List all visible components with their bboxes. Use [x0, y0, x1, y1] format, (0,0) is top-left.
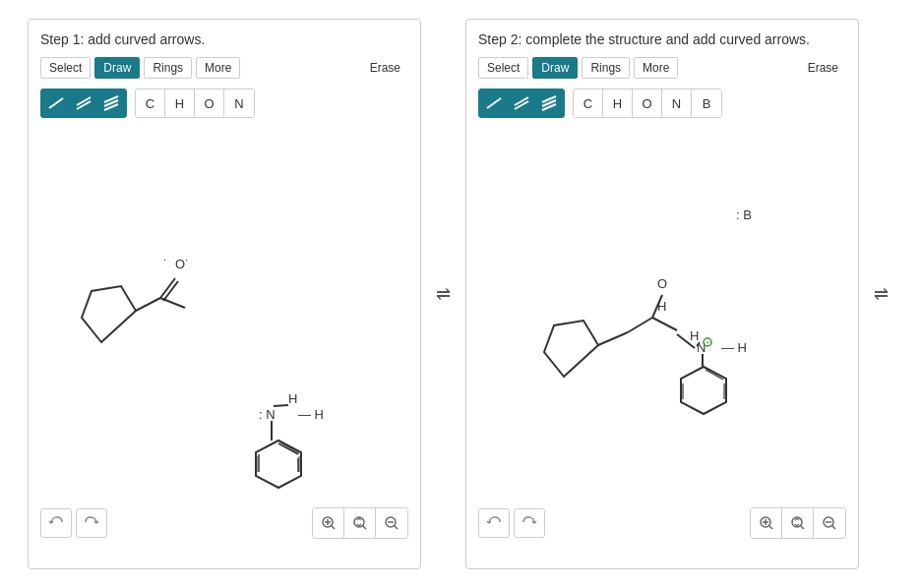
panel-1-bottom [40, 507, 408, 539]
svg-line-23 [280, 442, 299, 453]
bond-group-1 [40, 88, 127, 118]
svg-line-37 [515, 101, 528, 109]
zoom-out-btn-2[interactable] [814, 508, 845, 538]
atom-b-2[interactable]: B [692, 89, 721, 117]
more-button-1[interactable]: More [196, 57, 240, 79]
svg-line-44 [628, 318, 652, 332]
arrow-separator-1: ⇌ [436, 283, 451, 305]
zoom-out-btn-1[interactable] [376, 508, 407, 538]
atom-group-2: C H O N B [573, 88, 722, 118]
svg-line-7 [136, 298, 160, 311]
undo-button-2[interactable] [478, 508, 510, 538]
svg-text:H: H [288, 391, 297, 406]
zoom-reset-btn-2[interactable] [782, 508, 814, 538]
svg-line-2 [77, 101, 91, 109]
atom-n-1[interactable]: N [224, 89, 254, 117]
atom-h-2[interactable]: H [603, 89, 633, 117]
select-button-2[interactable]: Select [478, 57, 528, 79]
drawing-area-2: : B O H N + — H [478, 126, 846, 500]
svg-text:O: O [175, 257, 185, 271]
svg-line-0 [49, 98, 63, 108]
erase-button-1[interactable]: Erase [362, 58, 408, 78]
svg-line-27 [331, 526, 335, 530]
svg-text:H: H [690, 328, 699, 343]
atom-o-1[interactable]: O [195, 89, 224, 117]
single-bond-btn-1[interactable] [43, 91, 69, 115]
svg-text:·: · [163, 254, 166, 265]
bond-group-2 [478, 88, 565, 118]
svg-text:— H: — H [721, 340, 747, 355]
panel-2-toolbar: Select Draw Rings More Erase [478, 57, 846, 79]
molecule-svg-2: : B O H N + — H [485, 146, 839, 480]
panel-2: Step 2: complete the structure and add c… [465, 19, 859, 569]
more-button-2[interactable]: More [634, 57, 678, 79]
triple-bond-btn-1[interactable] [98, 91, 124, 115]
zoom-group-2 [750, 507, 846, 539]
atom-h-1[interactable]: H [165, 89, 195, 117]
svg-line-1 [77, 97, 91, 105]
svg-line-36 [515, 97, 528, 105]
svg-line-16 [274, 405, 288, 406]
svg-marker-18 [256, 441, 301, 488]
panel-1-title: Step 1: add curved arrows. [40, 31, 408, 47]
atom-c-1[interactable]: C [136, 89, 165, 117]
redo-button-1[interactable] [76, 508, 107, 538]
atom-c-2[interactable]: C [574, 89, 603, 117]
svg-marker-42 [544, 321, 598, 377]
zoom-group-1 [312, 507, 408, 539]
svg-line-13 [160, 298, 185, 308]
atom-n-2[interactable]: N [662, 89, 692, 117]
svg-line-33 [395, 526, 399, 530]
panel-2-bottom [478, 507, 846, 539]
svg-line-43 [598, 332, 628, 345]
draw-button-1[interactable]: Draw [94, 57, 140, 79]
svg-text:— H: — H [298, 407, 324, 422]
svg-line-66 [800, 526, 804, 530]
zoom-in-btn-2[interactable] [751, 508, 782, 538]
double-bond-btn-2[interactable] [509, 91, 534, 115]
molecule-svg-1: O · · : N H — H [47, 146, 401, 480]
triple-bond-btn-2[interactable] [536, 91, 562, 115]
svg-text:: N: : N [259, 407, 276, 422]
erase-button-2[interactable]: Erase [800, 58, 846, 78]
panel-2-title: Step 2: complete the structure and add c… [478, 31, 846, 47]
panel-1-toolbar: Select Draw Rings More Erase [40, 57, 408, 79]
draw-button-2[interactable]: Draw [532, 57, 578, 79]
double-bond-btn-1[interactable] [71, 91, 96, 115]
svg-marker-54 [681, 367, 726, 414]
undo-redo-group-2 [478, 508, 545, 538]
svg-text:: B: : B [736, 207, 752, 222]
main-container: Step 1: add curved arrows. Select Draw R… [8, 0, 913, 588]
undo-button-1[interactable] [40, 508, 72, 538]
svg-line-35 [487, 98, 501, 108]
svg-text:·: · [185, 254, 188, 265]
svg-text:H: H [657, 299, 666, 314]
atom-group-1: C H O N [135, 88, 255, 118]
svg-line-68 [832, 526, 836, 530]
single-bond-btn-2[interactable] [481, 91, 507, 115]
svg-text:O: O [657, 276, 667, 291]
panel-1: Step 1: add curved arrows. Select Draw R… [28, 19, 421, 569]
svg-marker-6 [82, 286, 136, 342]
svg-text:+: + [706, 339, 709, 346]
arrow-separator-2: ⇌ [874, 283, 889, 305]
select-button-1[interactable]: Select [40, 57, 91, 79]
undo-redo-group-1 [40, 508, 107, 538]
svg-line-31 [362, 526, 366, 530]
svg-line-62 [768, 526, 772, 530]
zoom-in-btn-1[interactable] [313, 508, 344, 538]
rings-button-2[interactable]: Rings [582, 57, 630, 79]
atom-o-2[interactable]: O [633, 89, 662, 117]
redo-button-2[interactable] [514, 508, 545, 538]
drawing-area-1: O · · : N H — H [40, 126, 408, 500]
rings-button-1[interactable]: Rings [144, 57, 192, 79]
zoom-reset-btn-1[interactable] [344, 508, 376, 538]
svg-line-47 [652, 318, 677, 330]
